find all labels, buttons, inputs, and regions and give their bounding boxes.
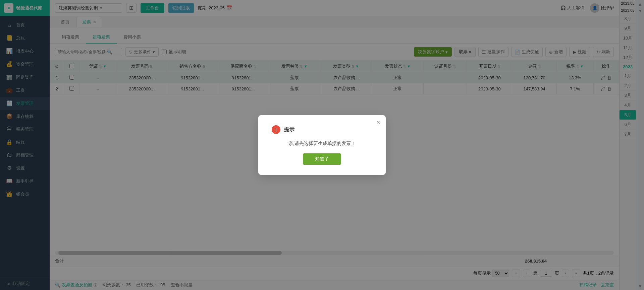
- modal-confirm-button[interactable]: 知道了: [303, 153, 341, 165]
- modal-dialog: ✕ ! 提示 亲,请先选择要生成单据的发票！ 知道了: [258, 115, 386, 175]
- modal-close-button[interactable]: ✕: [376, 119, 380, 126]
- modal-overlay: ✕ ! 提示 亲,请先选择要生成单据的发票！ 知道了: [0, 0, 644, 290]
- modal-body: 亲,请先选择要生成单据的发票！: [272, 141, 372, 147]
- modal-error-icon: !: [272, 125, 280, 134]
- modal-title: 提示: [284, 126, 294, 133]
- modal-title-row: ! 提示: [272, 125, 372, 134]
